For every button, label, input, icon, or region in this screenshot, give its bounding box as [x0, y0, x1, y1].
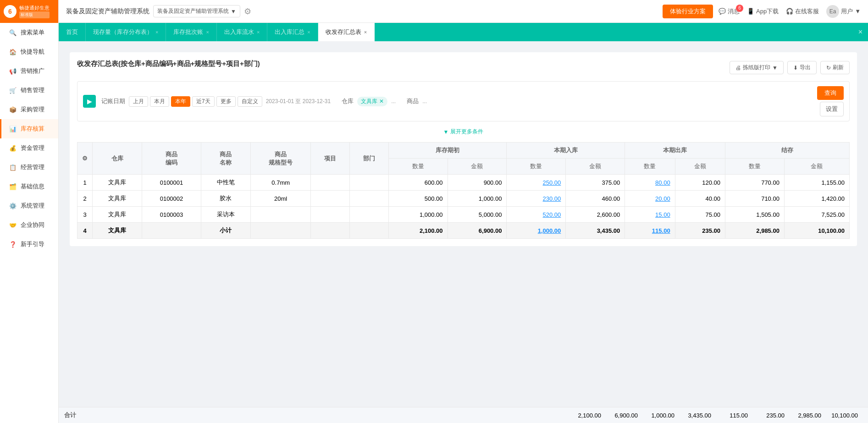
tab-receive-send-summary[interactable]: 收发存汇总表×: [318, 23, 375, 41]
sidebar-item-enterprise[interactable]: 🤝 企业协同: [0, 215, 58, 235]
col-dept: 部门: [350, 143, 389, 175]
subtotal-spec: [250, 223, 310, 239]
sidebar-label-inventory: 库存核算: [21, 125, 44, 133]
tab-close-inventory-dist[interactable]: ×: [155, 29, 158, 35]
date-option-更多[interactable]: 更多: [216, 96, 236, 107]
cell-in-qty[interactable]: 250.00: [507, 175, 566, 191]
system-name: 装备及固定资产辅助管理系统: [66, 7, 149, 16]
cell-init-qty: 500.00: [388, 191, 448, 207]
col-warehouse: 仓库: [93, 143, 142, 175]
sidebar-item-quick-nav[interactable]: 🏠 快捷导航: [0, 42, 58, 61]
trial-button[interactable]: 体验行业方案: [663, 5, 713, 18]
messages-action[interactable]: 💬 消息 6: [719, 7, 740, 16]
subtotal-in-amt: 3,435.00: [566, 223, 625, 239]
sidebar-item-inventory[interactable]: 📊 库存核算: [0, 119, 58, 138]
sidebar-item-system[interactable]: ⚙️ 系统管理: [0, 196, 58, 215]
online-service-action[interactable]: 🎧 在线客服: [786, 7, 819, 16]
tab-inout-flow[interactable]: 出入库流水×: [217, 23, 267, 41]
col-bal-qty: 数量: [725, 159, 785, 175]
summary-label: 合计: [64, 411, 76, 419]
user-avatar: Ea: [826, 5, 839, 18]
message-icon: 💬: [719, 8, 726, 15]
app-download-action[interactable]: 📱 App下载: [747, 7, 779, 16]
service-icon: 🎧: [786, 8, 793, 15]
col-in-qty: 数量: [507, 159, 566, 175]
filter-toggle-button[interactable]: ▶: [83, 95, 96, 108]
filter-bar: ▶ 记账日期 上月本月本年近7天更多自定义 2023-01-01 至 2023-…: [77, 81, 850, 121]
date-option-上月[interactable]: 上月: [129, 96, 148, 107]
sidebar-icon-sales: 🛒: [9, 86, 17, 94]
date-option-近7天[interactable]: 近7天: [192, 96, 215, 107]
sidebar-item-marketing[interactable]: 📢 营销推广: [0, 61, 58, 81]
topbar: 装备及固定资产辅助管理系统 装备及固定资产辅助管理系统 ▼ ⚙ 体验行业方案 💬…: [59, 0, 868, 23]
sidebar-item-finance[interactable]: 💰 资金管理: [0, 138, 58, 158]
refresh-icon: ↻: [826, 65, 831, 71]
date-filter-label: 记账日期: [101, 97, 125, 105]
settings-button[interactable]: 设置: [820, 102, 844, 116]
tab-batch-ledger[interactable]: 库存批次账×: [166, 23, 216, 41]
col-code: 商品编码: [142, 143, 201, 175]
topbar-actions: 💬 消息 6 📱 App下载 🎧 在线客服 Ea 用户 ▼: [719, 5, 861, 18]
sidebar-item-search[interactable]: 🔍 搜索菜单: [0, 23, 58, 42]
warehouse-more-btn[interactable]: ...: [391, 98, 396, 104]
date-option-本年[interactable]: 本年: [171, 96, 190, 107]
print-button[interactable]: 🖨 拣纸版打印 ▼: [730, 61, 784, 74]
product-filter: 商品 ...: [407, 97, 427, 105]
cell-warehouse: 文具库: [93, 175, 142, 191]
product-more-btn[interactable]: ...: [422, 98, 427, 104]
subtotal-code: [142, 223, 201, 239]
warehouse-tag-close[interactable]: ✕: [379, 98, 384, 104]
date-option-自定义[interactable]: 自定义: [238, 96, 262, 107]
cell-in-qty[interactable]: 520.00: [507, 207, 566, 223]
summary-init-qty-val: 2,100.00: [569, 412, 606, 419]
refresh-button[interactable]: ↻ 刷新: [820, 61, 850, 74]
user-action[interactable]: Ea 用户 ▼: [826, 5, 861, 18]
query-button[interactable]: 查询: [817, 86, 844, 100]
cell-out-qty[interactable]: 15.00: [625, 207, 675, 223]
tab-inout-summary[interactable]: 出入库汇总×: [267, 23, 318, 41]
cell-project: [311, 175, 350, 191]
tabs-close-all[interactable]: ×: [853, 28, 868, 36]
sidebar-item-sales[interactable]: 🛒 销售管理: [0, 81, 58, 100]
tab-close-inout-flow[interactable]: ×: [257, 29, 260, 35]
cell-init-qty: 1,000.00: [388, 207, 448, 223]
cell-code: 0100003: [142, 207, 201, 223]
cell-code: 0100001: [142, 175, 201, 191]
tab-home[interactable]: 首页: [59, 23, 86, 41]
tab-inventory-dist[interactable]: 现存量（库存分布表）×: [86, 23, 166, 41]
cell-bal-amt: 1,155.00: [784, 175, 849, 191]
subtotal-in-qty[interactable]: 1,000.00: [507, 223, 566, 239]
sidebar-label-guide: 新手引导: [21, 240, 44, 248]
expand-more-section: ▼ 展开更多条件: [77, 125, 850, 138]
expand-btn[interactable]: ▼ 展开更多条件: [443, 128, 484, 136]
sidebar-item-purchase[interactable]: 📦 采购管理: [0, 100, 58, 119]
col-init: 库存期初: [388, 143, 507, 159]
sidebar-icon-inventory: 📊: [9, 125, 17, 133]
col-name: 商品名称: [201, 143, 250, 175]
tab-close-receive-send-summary[interactable]: ×: [364, 29, 367, 35]
logo-icon: 6: [4, 5, 17, 18]
tab-close-batch-ledger[interactable]: ×: [206, 29, 209, 35]
table-header-settings[interactable]: ⚙: [77, 143, 93, 175]
cell-out-amt: 40.00: [675, 191, 725, 207]
cell-in-qty[interactable]: 230.00: [507, 191, 566, 207]
sidebar-item-guide[interactable]: ❓ 新手引导: [0, 235, 58, 254]
summary-bar: 合计 2,100.00 6,900.00 1,000.00 3,435.00 1…: [59, 407, 868, 423]
system-dropdown[interactable]: 装备及固定资产辅助管理系统 ▼: [153, 5, 240, 17]
export-button[interactable]: ⬇ 导出: [787, 61, 817, 74]
date-option-本月[interactable]: 本月: [150, 96, 169, 107]
sidebar-item-operations[interactable]: 📋 经营管理: [0, 158, 58, 177]
cell-warehouse: 文具库: [93, 207, 142, 223]
cell-bal-amt: 1,420.00: [784, 191, 849, 207]
tab-label-batch-ledger: 库存批次账: [173, 28, 203, 36]
tab-close-inout-summary[interactable]: ×: [307, 29, 310, 35]
settings-icon[interactable]: ⚙: [244, 6, 251, 16]
cell-init-amt: 900.00: [448, 175, 507, 191]
warehouse-tag: 文具库 ✕: [357, 97, 387, 106]
sidebar-item-basic-info[interactable]: 🗂️ 基础信息: [0, 177, 58, 196]
cell-dept: [350, 191, 389, 207]
cell-out-qty[interactable]: 80.00: [625, 175, 675, 191]
subtotal-out-qty[interactable]: 115.00: [625, 223, 675, 239]
table-row: 2 文具库 0100002 胶水 20ml 500.00 1,000.00 23…: [77, 191, 850, 207]
cell-out-qty[interactable]: 20.00: [625, 191, 675, 207]
